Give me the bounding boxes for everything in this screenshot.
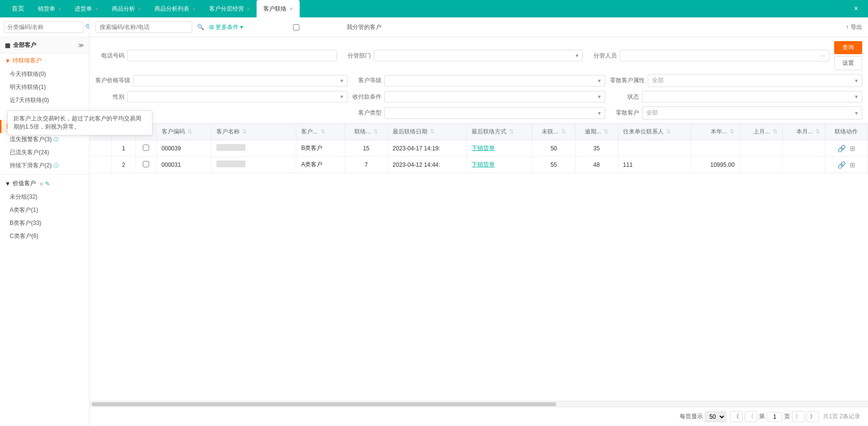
- total-records-info: 共1页 2条记录: [823, 412, 860, 421]
- nav-product-analysis[interactable]: 商品分析 ×: [105, 0, 148, 17]
- next-page-button[interactable]: 〉: [792, 411, 805, 422]
- value-group-header[interactable]: ▼ 价值客户 ○ ✎: [0, 176, 89, 191]
- col-year-amount[interactable]: 本年... ⇅: [691, 124, 739, 140]
- row1-check[interactable]: [136, 140, 156, 157]
- nav-close-customer-contact[interactable]: ×: [289, 6, 292, 12]
- retail-attr-dropdown[interactable]: 全部▾: [648, 74, 862, 87]
- filter-bar: 🔍 ⊞ 更多条件 ▾ 我分管的客户 ↑ 导出: [90, 17, 868, 37]
- scroll-thumb[interactable]: [91, 402, 556, 406]
- col-last-contact-date[interactable]: 最后联络日期 ⇅: [388, 124, 467, 140]
- sidebar-item-ungroup[interactable]: 未分组(32): [0, 191, 89, 204]
- col-name[interactable]: 客户名称 ⇅: [211, 124, 296, 140]
- row2-link-icon[interactable]: 🔗: [838, 161, 846, 169]
- sort-icon-name: ⇅: [242, 128, 247, 135]
- col-overdue[interactable]: 逾期... ⇅: [575, 124, 618, 140]
- settings-button[interactable]: 设置: [834, 56, 862, 70]
- filter-row-2: 客户价格等级 ▾ 客户等级 ▾ 零散客户属性 全部▾: [95, 74, 862, 87]
- last-page-button[interactable]: 》: [807, 411, 819, 422]
- sort-icon-unreached: ⇅: [561, 128, 566, 135]
- chevron-down-icon: ▾: [340, 93, 343, 100]
- pending-group-header[interactable]: ▼ 待联络客户: [0, 54, 89, 68]
- nav-purchase[interactable]: 进货单 ×: [68, 0, 105, 17]
- sidebar-item-churned[interactable]: 已流失客户(24): [0, 146, 89, 159]
- value-radio1[interactable]: ○: [40, 180, 43, 187]
- chevron-down-icon: ▾: [598, 93, 601, 100]
- col-this-month[interactable]: 本月... ⇅: [782, 124, 825, 140]
- customers-table: ⚙ 客户编码 ⇅ 客户名称 ⇅: [90, 124, 868, 173]
- price-level-dropdown[interactable]: ▾: [133, 75, 348, 87]
- sidebar-collapse-button[interactable]: ≫: [78, 42, 84, 49]
- row2-unreached: 55: [533, 157, 575, 173]
- search-button[interactable]: 🔍: [197, 24, 204, 30]
- col-contact-count[interactable]: 联络... ⇅: [345, 124, 387, 140]
- search-input[interactable]: [95, 21, 192, 33]
- per-page-select[interactable]: 50: [705, 411, 726, 422]
- nav-product-analysis-list[interactable]: 商品分析列表 ×: [148, 0, 202, 17]
- nav-close-product-analysis-list[interactable]: ×: [192, 6, 195, 12]
- payment-dropdown[interactable]: ▾: [384, 91, 605, 103]
- nav-home[interactable]: 首页: [5, 0, 31, 17]
- nav-close-customer-segmentation[interactable]: ×: [247, 6, 250, 12]
- row2-grid-icon[interactable]: ⊞: [850, 161, 855, 169]
- row2-lastmethod-link[interactable]: 下销货单: [472, 161, 495, 168]
- more-conditions-button[interactable]: ⊞ 更多条件 ▾: [209, 23, 243, 31]
- chevron-down-icon: ▾: [855, 110, 858, 117]
- col-customer-type[interactable]: 客户... ⇅: [296, 124, 345, 140]
- manager-dropdown[interactable]: ···: [620, 50, 829, 61]
- sort-icon-year: ⇅: [730, 128, 734, 135]
- window-close-button[interactable]: ×: [849, 4, 863, 13]
- dept-dropdown[interactable]: ▾: [374, 50, 583, 61]
- col-unreached[interactable]: 未联... ⇅: [533, 124, 575, 140]
- row2-checkbox[interactable]: [143, 161, 149, 167]
- sidebar-item-class-a[interactable]: A类客户(1): [0, 204, 89, 217]
- row1-lastmethod[interactable]: 下销货单: [467, 140, 533, 157]
- anomaly-tooltip: 距客户上次交易时长，超过了此客户的平均交易周期的1.5倍，则视为异常。: [7, 110, 90, 135]
- nav-close-sales[interactable]: ×: [58, 6, 61, 12]
- nav-close-product-analysis[interactable]: ×: [138, 6, 141, 12]
- row2-lastmethod[interactable]: 下销货单: [467, 157, 533, 173]
- status-dropdown[interactable]: ▾: [642, 91, 862, 103]
- prev-page-button[interactable]: 〈: [745, 411, 757, 422]
- export-button[interactable]: ↑ 导出: [846, 23, 862, 31]
- row1-grid-icon[interactable]: ⊞: [850, 145, 855, 152]
- sidebar-item-week-pending[interactable]: 近7天待联络(0): [0, 94, 89, 107]
- col-last-month[interactable]: 上月... ⇅: [740, 124, 782, 140]
- row2-settings: [90, 157, 111, 173]
- sidebar-item-tomorrow-pending[interactable]: 明天待联络(1): [0, 81, 89, 94]
- sidebar-item-class-b[interactable]: B类客户(33): [0, 217, 89, 230]
- row1-link-icon[interactable]: 🔗: [838, 145, 846, 152]
- row1-lastmethod-link[interactable]: 下销货单: [472, 145, 495, 151]
- sidebar-item-declining[interactable]: 持续下滑客户(2) ⓘ: [0, 159, 89, 172]
- sidebar-search-input[interactable]: [4, 21, 83, 33]
- page-number-input[interactable]: [767, 412, 782, 422]
- sort-icon-contacts: ⇅: [666, 128, 671, 135]
- sidebar-item-today-pending[interactable]: 今天待联络(0): [0, 68, 89, 81]
- gender-dropdown[interactable]: ▾: [127, 91, 348, 103]
- customer-level-dropdown[interactable]: ▾: [384, 75, 605, 87]
- value-edit-icon[interactable]: ✎: [45, 180, 50, 187]
- row1-action: 🔗 ⊞: [825, 140, 868, 157]
- query-button[interactable]: 查询: [834, 41, 862, 54]
- my-customer-check[interactable]: [248, 24, 345, 30]
- nav-close-purchase[interactable]: ×: [95, 6, 98, 12]
- sidebar-item-class-c[interactable]: C类客户(6): [0, 230, 89, 243]
- retail-customer-dropdown[interactable]: 全部▾: [642, 106, 862, 119]
- nav-customer-segmentation[interactable]: 客户分层经营 ×: [202, 0, 257, 17]
- sidebar-search-icon[interactable]: 🔍: [85, 24, 90, 30]
- row1-checkbox[interactable]: [143, 145, 149, 151]
- row2-name: [211, 157, 296, 173]
- col-code[interactable]: 客户编码 ⇅: [156, 124, 211, 140]
- customer-type-dropdown[interactable]: ▾: [384, 107, 605, 119]
- phone-input[interactable]: [127, 50, 337, 61]
- nav-sales[interactable]: 销货单 ×: [31, 0, 68, 17]
- my-customer-checkbox[interactable]: 我分管的客户: [248, 23, 381, 31]
- chevron-down-icon: ▾: [598, 110, 601, 117]
- ellipsis-icon: ···: [820, 52, 825, 59]
- horizontal-scrollbar[interactable]: [90, 401, 868, 407]
- row2-check[interactable]: [136, 157, 156, 173]
- nav-customer-contact[interactable]: 客户联络 ×: [257, 0, 299, 17]
- sort-icon-contact: ⇅: [373, 128, 378, 135]
- col-last-contact-method[interactable]: 最后联络方式 ⇅: [467, 124, 533, 140]
- first-page-button[interactable]: 《: [730, 411, 743, 422]
- col-unit-contacts[interactable]: 往来单位联系人 ⇅: [618, 124, 691, 140]
